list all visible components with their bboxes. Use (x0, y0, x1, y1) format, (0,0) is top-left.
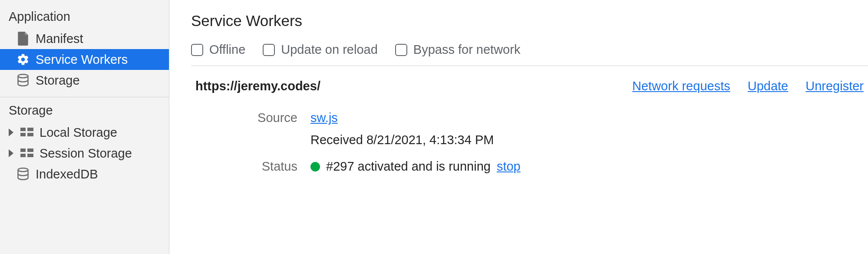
sidebar-item-label: Local Storage (40, 125, 117, 140)
sidebar-item-label: Manifest (36, 32, 83, 46)
status-dot-icon (310, 162, 320, 172)
checkbox-offline[interactable]: Offline (191, 43, 245, 57)
svg-rect-7 (20, 154, 26, 157)
sidebar-item-label: Service Workers (36, 53, 128, 67)
detail-row-status: Status #297 activated and is running sto… (191, 159, 868, 174)
checkbox-input[interactable] (263, 44, 275, 56)
sidebar-item-storage[interactable]: Storage (0, 70, 169, 91)
detail-value-status: #297 activated and is running stop (310, 159, 521, 174)
action-links: Network requests Update Unregister (632, 79, 864, 93)
gear-icon (17, 53, 30, 66)
expand-arrow-icon[interactable] (9, 149, 13, 157)
checkbox-label: Update on reload (281, 43, 378, 57)
svg-rect-3 (20, 133, 26, 136)
table-icon (20, 126, 33, 139)
checkbox-label: Offline (209, 43, 245, 57)
source-file-link[interactable]: sw.js (310, 111, 494, 125)
options-row: Offline Update on reload Bypass for netw… (191, 43, 868, 66)
svg-rect-8 (27, 154, 33, 157)
page-title: Service Workers (191, 12, 868, 30)
update-link[interactable]: Update (748, 79, 789, 93)
detail-value-source: sw.js Received 8/21/2021, 4:13:34 PM (310, 111, 494, 147)
main-panel: Service Workers Offline Update on reload… (169, 0, 868, 254)
database-icon (17, 168, 30, 181)
status-line: #297 activated and is running stop (310, 159, 521, 174)
received-text: Received 8/21/2021, 4:13:34 PM (310, 133, 494, 147)
svg-point-0 (18, 74, 28, 78)
section-header-storage: Storage (0, 97, 169, 122)
svg-rect-1 (20, 128, 26, 131)
checkbox-label: Bypass for network (413, 43, 521, 57)
expand-arrow-icon[interactable] (9, 129, 13, 136)
network-requests-link[interactable]: Network requests (632, 79, 730, 93)
stop-link[interactable]: stop (497, 159, 521, 174)
status-text: #297 activated and is running (326, 159, 491, 174)
sidebar-item-label: Session Storage (40, 146, 132, 161)
section-header-application: Application (0, 3, 169, 28)
svg-point-9 (18, 168, 28, 172)
checkbox-input[interactable] (395, 44, 407, 56)
sidebar-item-local-storage[interactable]: Local Storage (0, 122, 169, 143)
svg-rect-4 (27, 133, 33, 136)
sidebar-item-manifest[interactable]: Manifest (0, 28, 169, 49)
sidebar: Application Manifest Service Workers Sto… (0, 0, 169, 254)
svg-rect-2 (27, 128, 33, 131)
origin-row: https://jeremy.codes/ Network requests U… (191, 66, 868, 93)
detail-label-source: Source (191, 111, 310, 125)
sidebar-item-indexeddb[interactable]: IndexedDB (0, 164, 169, 185)
sidebar-item-label: Storage (36, 73, 80, 88)
detail-grid: Source sw.js Received 8/21/2021, 4:13:34… (191, 111, 868, 174)
sidebar-item-session-storage[interactable]: Session Storage (0, 143, 169, 164)
document-icon (17, 32, 30, 45)
checkbox-input[interactable] (191, 44, 203, 56)
checkbox-update-on-reload[interactable]: Update on reload (263, 43, 378, 57)
origin-text: https://jeremy.codes/ (195, 79, 320, 93)
unregister-link[interactable]: Unregister (805, 79, 864, 93)
sidebar-item-label: IndexedDB (36, 167, 98, 181)
detail-row-source: Source sw.js Received 8/21/2021, 4:13:34… (191, 111, 868, 147)
svg-rect-6 (27, 148, 33, 152)
detail-label-status: Status (191, 159, 310, 174)
sidebar-item-service-workers[interactable]: Service Workers (0, 49, 169, 70)
checkbox-bypass-for-network[interactable]: Bypass for network (395, 43, 521, 57)
table-icon (20, 147, 33, 160)
svg-rect-5 (20, 148, 26, 152)
database-icon (17, 74, 30, 87)
